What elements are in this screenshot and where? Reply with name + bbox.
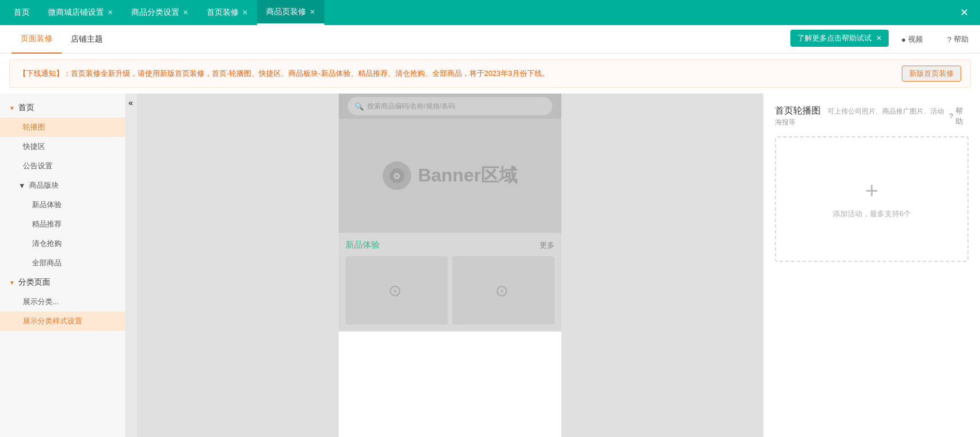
video-button[interactable]: ● 视频 xyxy=(901,34,923,44)
sidebar: ▼ 首页 轮播图 快捷区 公告设置 ▼ 商品版块 新品体验 xyxy=(0,94,137,437)
product-grid: ⊙ ⊙ xyxy=(346,256,555,325)
sidebar-item-category-style[interactable]: 展示分类样式设置 xyxy=(0,311,125,331)
help-icon: ? xyxy=(947,35,951,44)
tab-store-theme[interactable]: 店铺主题 xyxy=(62,25,112,54)
sidebar-section-category[interactable]: ▼ 分类页面 xyxy=(0,273,125,292)
sidebar-item-quick[interactable]: 快捷区 xyxy=(0,137,125,156)
preview-search-input[interactable]: 🔍 搜索商品编码/名称/规格/条码 xyxy=(348,97,552,115)
sidebar-section-home[interactable]: ▼ 首页 xyxy=(0,98,125,118)
panel-title: 首页轮播图 xyxy=(775,106,821,115)
product-section-header: 新品体验 更多 xyxy=(346,240,555,250)
main-container: 页面装修 店铺主题 了解更多点击帮助试试 ✕ ● 视频 ? 帮助 【下线通知】：… xyxy=(0,25,980,437)
sidebar-collapse-button[interactable]: « xyxy=(125,94,136,437)
video-icon: ● xyxy=(901,35,906,44)
tab-home-decor[interactable]: 首页装修 ✕ xyxy=(198,0,257,25)
close-tab-home-decor[interactable]: ✕ xyxy=(242,9,248,17)
help-banner: 了解更多点击帮助试试 ✕ xyxy=(790,30,889,47)
upload-label: 添加活动，最多支持6个 xyxy=(833,209,911,219)
sidebar-item-clearance[interactable]: 清仓抢购 xyxy=(0,234,125,253)
banner-logo-icon: ⊙ xyxy=(383,161,411,190)
sidebar-item-banner[interactable]: 轮播图 xyxy=(0,118,125,137)
product-card-2: ⊙ xyxy=(452,256,555,325)
section-title: 新品体验 xyxy=(346,240,380,250)
tab-bar: 首页 微商城店铺设置 ✕ 商品分类设置 ✕ 首页装修 ✕ 商品页装修 ✕ ✕ xyxy=(0,0,980,25)
preview-banner-area: ⊙ Banner区域 xyxy=(339,119,561,233)
search-icon: 🔍 xyxy=(355,102,364,111)
collapse-icon: « xyxy=(128,98,133,107)
help-banner-close[interactable]: ✕ xyxy=(876,34,882,42)
panel-help-button[interactable]: ? 帮助 xyxy=(949,106,969,127)
notice-text: 【下线通知】：首页装修全新升级，请使用新版首页装修，首页-轮播图、快捷区、商品板… xyxy=(19,68,895,79)
tab-page-decor[interactable]: 页面装修 xyxy=(11,25,62,54)
banner-text: Banner区域 xyxy=(418,163,517,188)
help-button[interactable]: ? 帮助 xyxy=(947,34,969,44)
svg-text:⊙: ⊙ xyxy=(495,282,508,300)
global-close-button[interactable]: ✕ xyxy=(953,6,975,19)
tab-store-settings[interactable]: 微商城店铺设置 ✕ xyxy=(39,0,122,25)
secondary-tabs: 页面装修 店铺主题 了解更多点击帮助试试 ✕ ● 视频 ? 帮助 xyxy=(0,25,980,54)
product-card-1: ⊙ xyxy=(346,256,448,325)
preview-banner-content: ⊙ Banner区域 xyxy=(383,161,517,190)
help-banner-text: 了解更多点击帮助试试 xyxy=(797,33,871,43)
sidebar-item-show-category[interactable]: 展示分类... xyxy=(0,292,125,311)
notice-bar: 【下线通知】：首页装修全新升级，请使用新版首页装修，首页-轮播图、快捷区、商品板… xyxy=(9,59,971,88)
section-more[interactable]: 更多 xyxy=(540,240,555,250)
svg-text:⊙: ⊙ xyxy=(393,171,400,180)
arrow-icon: ▼ xyxy=(9,105,15,111)
sidebar-item-all-products[interactable]: 全部商品 xyxy=(0,253,125,273)
sidebar-item-featured[interactable]: 精品推荐 xyxy=(0,215,125,234)
close-tab-product-decor[interactable]: ✕ xyxy=(310,8,315,16)
sidebar-item-notice[interactable]: 公告设置 xyxy=(0,156,125,176)
svg-text:⊙: ⊙ xyxy=(388,282,401,300)
upload-plus-icon: + xyxy=(865,179,878,202)
close-tab-category[interactable]: ✕ xyxy=(183,9,188,17)
tab-category-settings[interactable]: 商品分类设置 ✕ xyxy=(122,0,198,25)
preview-search-bar: 🔍 搜索商品编码/名称/规格/条码 xyxy=(339,94,561,119)
content-area: ▼ 首页 轮播图 快捷区 公告设置 ▼ 商品版块 新品体验 xyxy=(0,94,980,437)
sidebar-subsection-product-block[interactable]: ▼ 商品版块 xyxy=(0,176,125,195)
preview-area: 🔍 搜索商品编码/名称/规格/条码 ⊙ Banner区域 xyxy=(137,94,763,437)
right-panel: 首页轮播图 可上传公司照片、商品推广图片、活动海报等 ? 帮助 + 添加活动，最… xyxy=(763,94,980,437)
sidebar-item-new-exp[interactable]: 新品体验 xyxy=(0,195,125,215)
tab-home[interactable]: 首页 xyxy=(5,0,39,25)
tab-product-decor[interactable]: 商品页装修 ✕ xyxy=(257,0,324,25)
panel-header: 首页轮播图 可上传公司照片、商品推广图片、活动海报等 ? 帮助 xyxy=(775,105,969,127)
panel-help-icon: ? xyxy=(949,112,953,120)
sub-arrow-icon: ▼ xyxy=(18,181,26,190)
new-homepage-decor-button[interactable]: 新版首页装修 xyxy=(902,66,961,82)
close-tab-store-settings[interactable]: ✕ xyxy=(107,9,113,17)
preview-product-section: 新品体验 更多 ⊙ ⊙ xyxy=(339,233,561,331)
phone-preview: 🔍 搜索商品编码/名称/规格/条码 ⊙ Banner区域 xyxy=(339,94,561,437)
upload-area[interactable]: + 添加活动，最多支持6个 xyxy=(775,136,969,262)
arrow-icon-2: ▼ xyxy=(9,280,15,286)
